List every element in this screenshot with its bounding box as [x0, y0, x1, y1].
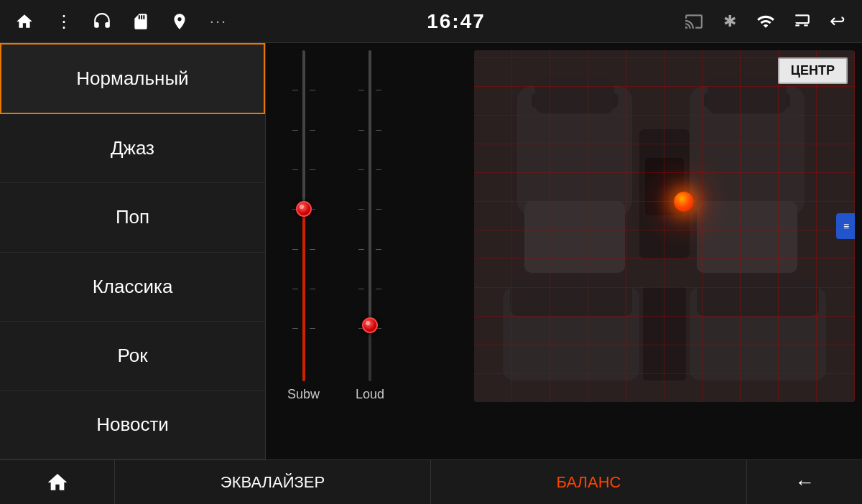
- status-right-icons: ✱ ↩: [681, 9, 851, 34]
- bottom-tabs: ЭКВАЛАЙЗЕР БАЛАНС ←: [0, 459, 862, 504]
- menu-icon[interactable]: ⋮: [50, 9, 76, 34]
- tab-equalizer[interactable]: ЭКВАЛАЙЗЕР: [115, 460, 431, 504]
- presets-panel: Нормальный Джаз Поп Классика Рок Новости: [0, 43, 266, 459]
- preset-normal[interactable]: Нормальный: [0, 43, 265, 114]
- bluetooth-icon[interactable]: ✱: [717, 9, 743, 34]
- status-bar: ⋮ ··· 16:47 ✱ ↩: [0, 0, 862, 43]
- loud-slider-container: Loud: [356, 50, 384, 402]
- loud-thumb[interactable]: [362, 317, 378, 333]
- preset-pop[interactable]: Поп: [0, 183, 265, 252]
- balance-area[interactable]: ЦЕНТР ≡: [474, 50, 855, 402]
- subw-fill: [302, 209, 305, 381]
- main-area: Нормальный Джаз Поп Классика Рок Новости: [0, 43, 862, 459]
- sd-card-icon[interactable]: [128, 9, 154, 34]
- subw-slider[interactable]: [289, 50, 318, 381]
- balance-dot[interactable]: [674, 192, 694, 212]
- tab-home[interactable]: [0, 460, 115, 504]
- subw-slider-container: Subw: [287, 50, 320, 402]
- status-left-icons: ⋮ ···: [11, 9, 231, 34]
- preset-jazz[interactable]: Джаз: [0, 114, 265, 183]
- wifi-icon[interactable]: [753, 9, 779, 34]
- location-icon[interactable]: [167, 9, 193, 34]
- loud-fill-lower: [369, 325, 371, 381]
- dots-icon: ···: [205, 9, 231, 34]
- preset-classic[interactable]: Классика: [0, 253, 265, 322]
- info-button[interactable]: ≡: [836, 213, 855, 239]
- center-panel: Subw: [266, 43, 862, 459]
- home-icon[interactable]: [11, 9, 37, 34]
- center-button[interactable]: ЦЕНТР: [778, 57, 848, 84]
- tab-back[interactable]: ←: [747, 460, 862, 504]
- loud-slider[interactable]: [356, 50, 384, 381]
- loud-label: Loud: [356, 387, 384, 402]
- subw-label: Subw: [287, 387, 320, 402]
- tab-balance[interactable]: БАЛАНС: [431, 460, 747, 504]
- preset-news[interactable]: Новости: [0, 391, 265, 459]
- preset-rock[interactable]: Рок: [0, 322, 265, 391]
- clock: 16:47: [427, 10, 486, 33]
- back-icon[interactable]: ↩: [825, 9, 851, 34]
- balance-grid: [474, 50, 855, 402]
- subw-thumb[interactable]: [296, 201, 312, 217]
- sliders-area: Subw: [287, 50, 445, 402]
- cast-icon[interactable]: [681, 9, 707, 34]
- screen-icon[interactable]: [789, 9, 815, 34]
- headphones-icon[interactable]: [89, 9, 115, 34]
